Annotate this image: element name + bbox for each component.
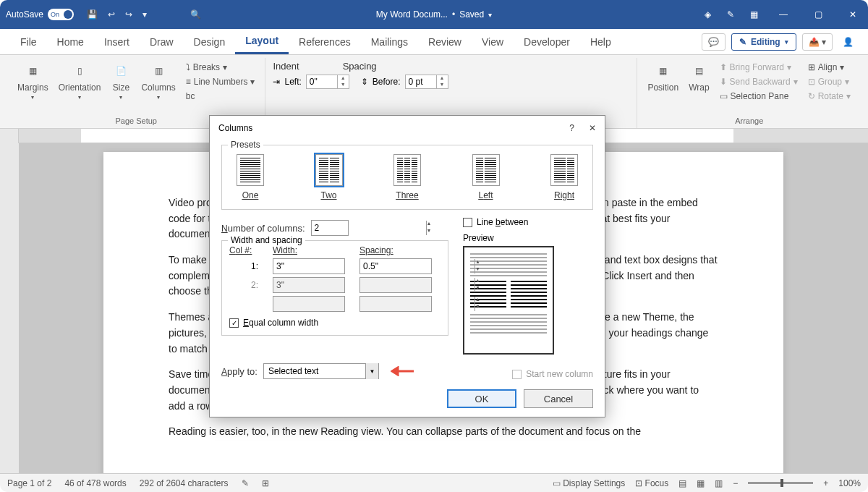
preset-three[interactable]: Three [393, 154, 421, 200]
close-button[interactable]: ✕ [843, 9, 862, 20]
qat-dropdown-icon[interactable]: ▾ [142, 9, 147, 20]
apply-to-value: Selected text [268, 366, 318, 376]
save-icon[interactable]: 💾 [87, 9, 98, 20]
status-chars[interactable]: 292 of 2604 characters [140, 478, 229, 488]
col2-label: 2: [229, 280, 258, 290]
num-columns-input[interactable]: ▲▼ [311, 220, 349, 236]
spacing1-input[interactable]: ▲▼ [359, 258, 432, 274]
share-button[interactable]: 📤 ▾ [802, 33, 833, 51]
line-between-checkbox[interactable]: Line between [463, 217, 593, 227]
preset-one-label: One [242, 190, 259, 200]
help-icon[interactable]: ? [569, 123, 574, 133]
width1-input[interactable]: ▲▼ [273, 258, 345, 274]
close-icon[interactable]: ✕ [589, 123, 596, 133]
ok-button[interactable]: OK [447, 389, 516, 408]
dialog-titlebar[interactable]: Columns ?✕ [210, 116, 605, 140]
zoom-slider[interactable] [748, 482, 813, 484]
paragraph: Reading is easier, too, in the new Readi… [169, 424, 718, 440]
toggle-switch[interactable]: On [48, 9, 74, 20]
tab-design[interactable]: Design [184, 30, 236, 54]
breaks-icon: ⤵ [186, 62, 190, 72]
align-button[interactable]: ⊞Align ▾ [805, 61, 854, 74]
chevron-down-icon[interactable]: ▼ [365, 363, 378, 379]
read-mode-icon[interactable]: ▤ [678, 478, 686, 488]
col1-label: 1: [229, 261, 258, 271]
comments-button[interactable]: 💬 [702, 33, 726, 51]
tab-help[interactable]: Help [580, 30, 621, 54]
undo-icon[interactable]: ↩ [108, 9, 115, 20]
size-button[interactable]: 📄Size▾ [108, 59, 134, 102]
preset-left[interactable]: Left [472, 154, 500, 200]
orientation-button[interactable]: ▯Orientation▾ [56, 59, 104, 102]
pen-icon[interactable]: ✎ [727, 9, 734, 20]
status-page[interactable]: Page 1 of 2 [7, 478, 51, 488]
status-words[interactable]: 46 of 478 words [64, 478, 126, 488]
indent-left-input[interactable]: ▲▼ [306, 75, 349, 89]
tab-insert[interactable]: Insert [94, 30, 140, 54]
position-button[interactable]: ▦Position [644, 59, 681, 94]
tab-review[interactable]: Review [418, 30, 472, 54]
columns-button[interactable]: ▥Columns▾ [138, 59, 178, 102]
tab-references[interactable]: References [289, 30, 361, 54]
size-icon: 📄 [111, 61, 131, 81]
cancel-button[interactable]: Cancel [524, 389, 593, 408]
send-backward-button[interactable]: ⬇Send Backward ▾ [717, 75, 801, 88]
zoom-out[interactable]: − [733, 478, 738, 488]
app-icon[interactable]: ▦ [750, 9, 758, 20]
focus-button[interactable]: ⊡ Focus [635, 478, 668, 488]
bring-forward-button[interactable]: ⬆Bring Forward ▾ [717, 61, 801, 74]
margins-button[interactable]: ▦Margins▾ [14, 59, 51, 102]
search-icon[interactable]: 🔍 [190, 9, 201, 20]
print-layout-icon[interactable]: ▦ [697, 478, 705, 488]
display-settings[interactable]: ▭ Display Settings [553, 478, 625, 488]
tab-mailings[interactable]: Mailings [361, 30, 418, 54]
breaks-button[interactable]: ⤵Breaks ▾ [183, 61, 258, 74]
preset-right[interactable]: Right [550, 154, 578, 200]
apply-to-select[interactable]: Selected text▼ [263, 363, 379, 379]
equal-width-checkbox[interactable]: ✓Equal column width [229, 318, 441, 328]
group-label-arrange: Arrange [644, 115, 854, 128]
selection-pane-icon: ▭ [720, 91, 728, 101]
wrap-text-button[interactable]: ▤Wrap [686, 59, 712, 94]
align-icon: ⊞ [808, 62, 815, 72]
maximize-button[interactable]: ▢ [809, 9, 827, 20]
tab-layout[interactable]: Layout [235, 29, 289, 54]
spell-check-icon[interactable]: ✎ [242, 478, 249, 488]
margins-icon: ▦ [22, 61, 43, 81]
spacing-before-input[interactable]: ▲▼ [405, 75, 448, 89]
toggle-state: On [51, 11, 59, 18]
account-icon[interactable]: 👤 [838, 37, 858, 47]
group-button[interactable]: ⊡Group ▾ [805, 75, 854, 88]
dialog-title: Columns [218, 123, 252, 133]
document-title[interactable]: My Word Docum... • Saved ▾ [376, 9, 492, 20]
equal-width-label: Equal column width [243, 318, 318, 328]
tab-developer[interactable]: Developer [514, 30, 580, 54]
width-spacing-frame: Width and spacing Col #:Width:Spacing: 1… [221, 240, 448, 336]
indent-label: Indent [273, 61, 299, 72]
pointer-arrow-icon [391, 366, 421, 376]
accessibility-icon[interactable]: ⊞ [262, 478, 269, 488]
rotate-icon: ↻ [808, 91, 815, 101]
tab-file[interactable]: File [10, 30, 47, 54]
redo-icon[interactable]: ↪ [125, 9, 132, 20]
editing-mode-button[interactable]: ✎Editing▾ [731, 33, 796, 51]
diamond-icon[interactable]: ◈ [705, 9, 711, 20]
preset-two-label: Two [320, 190, 336, 200]
orientation-icon: ▯ [69, 61, 90, 81]
tab-home[interactable]: Home [47, 30, 94, 54]
autosave-toggle[interactable]: AutoSave On [6, 9, 74, 20]
zoom-in[interactable]: + [823, 478, 828, 488]
tab-view[interactable]: View [472, 30, 514, 54]
zoom-level[interactable]: 100% [838, 478, 861, 488]
preset-two[interactable]: Two [315, 154, 343, 200]
selection-pane-button[interactable]: ▭Selection Pane [717, 90, 801, 103]
wrap-icon: ▤ [689, 61, 709, 81]
tab-draw[interactable]: Draw [140, 30, 184, 54]
web-layout-icon[interactable]: ▥ [715, 478, 723, 488]
hyphenation-button[interactable]: bc [183, 90, 258, 103]
line-numbers-button[interactable]: ≡Line Numbers ▾ [183, 75, 258, 88]
preset-one[interactable]: One [237, 154, 264, 200]
rotate-button[interactable]: ↻Rotate ▾ [805, 90, 854, 103]
minimize-button[interactable]: — [774, 9, 793, 20]
chevron-down-icon[interactable]: ▾ [488, 11, 492, 19]
